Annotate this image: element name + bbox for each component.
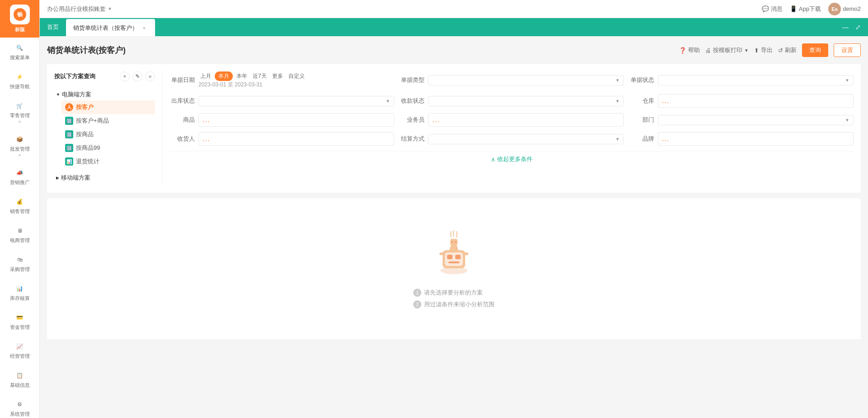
topbar-right: 💬 消息 📱 App下载 Ea demo2 (762, 3, 861, 15)
refresh-btn[interactable]: ↺ 刷新 (778, 46, 797, 54)
date-tab-this-month[interactable]: 本月 (215, 71, 233, 81)
sidebar-item-label: 系统管理 (10, 411, 30, 418)
date-row: 上月 本月 本年 近7天 更多 自定义 (198, 71, 394, 81)
filter-field-receipt-status: 收款状态 ▼ (400, 96, 624, 106)
staff-dots-btn[interactable]: ... (428, 113, 624, 127)
sidebar-item-label: 采购管理 (10, 266, 30, 273)
query-button[interactable]: 查询 (802, 43, 828, 57)
sidebar-item-marketing[interactable]: 📣 营销推广 (0, 162, 39, 191)
filter-row-1: 单据日期 上月 本月 本年 近7天 更多 (170, 71, 854, 89)
empty-tips: 1 请先选择要分析的方案 2 用过滤条件来缩小分析范围 (413, 289, 495, 312)
sidebar-item-ecommerce[interactable]: 🖥 电商管理 (0, 220, 39, 249)
brand-dots-btn[interactable]: ... (658, 132, 854, 146)
sidebar-item-label: 库存核算 (10, 295, 30, 302)
topbar-left: 办公用品行业模拟账套 ▼ (47, 5, 112, 13)
consignee-dots-btn[interactable]: ... (198, 132, 394, 146)
sidebar-item-retail[interactable]: 🛒 零售管理 ▲ (0, 95, 39, 129)
settings-button[interactable]: 设置 (834, 43, 861, 57)
help-icon: ❓ (679, 47, 686, 54)
tree-expand-icon: ▼ (56, 92, 60, 97)
tree-collapse-icon: ▶ (56, 176, 59, 180)
sidebar-item-inventory[interactable]: 📊 库存核算 (0, 278, 39, 307)
settlement-select[interactable]: ▼ (428, 134, 624, 144)
status-select[interactable]: ▼ (658, 75, 854, 86)
tab-minimize-icon[interactable]: — (841, 23, 850, 32)
goods-dots-btn[interactable]: ... (198, 113, 394, 127)
tab-sales-stat-label: 销货单统计表（按客户） (73, 24, 138, 32)
sales-icon: 💰 (15, 197, 25, 207)
svg-text:畅: 畅 (17, 11, 23, 18)
tree-child-by-goods99[interactable]: 🔢 按商品99 (61, 141, 155, 155)
app-label: App下载 (799, 5, 821, 13)
status-chevron-icon: ▼ (845, 78, 849, 83)
export-btn[interactable]: ⬆ 导出 (754, 46, 773, 54)
warehouse-dots-btn[interactable]: ... (658, 94, 854, 108)
date-tab-last-month[interactable]: 上月 (198, 71, 213, 81)
message-label: 消息 (771, 5, 783, 13)
nav-icon: ⚡ (15, 72, 25, 82)
svg-rect-4 (445, 252, 463, 266)
sidebar-item-purchase[interactable]: 🛍 采购管理 (0, 249, 39, 278)
type-control: ▼ (428, 75, 624, 86)
sidebar-item-sales[interactable]: 💰 销售管理 (0, 191, 39, 220)
user-profile[interactable]: Ea demo2 (828, 3, 861, 15)
filter-field-out-status: 出库状态 ▼ (170, 96, 394, 106)
receipt-status-select[interactable]: ▼ (428, 96, 624, 106)
tree-desktop-parent[interactable]: ▼ 电脑端方案 (54, 89, 155, 100)
tab-maximize-icon[interactable]: ⤢ (854, 23, 863, 32)
help-btn[interactable]: ❓ 帮助 (679, 46, 700, 54)
type-select[interactable]: ▼ (428, 75, 624, 86)
page-title: 销货单统计表(按客户) (47, 45, 126, 56)
content-area: 销货单统计表(按客户) ❓ 帮助 🖨 按模板打印 ▼ ⬆ 导出 (40, 36, 868, 418)
dept-select[interactable]: ▼ (658, 115, 854, 125)
out-status-select[interactable]: ▼ (198, 96, 394, 106)
date-tabs: 上月 本月 本年 近7天 更多 自定义 (198, 71, 307, 81)
tip-num-1: 1 (413, 289, 421, 297)
tab-home-label: 首页 (47, 23, 59, 31)
tree-child-label: 按商品 (76, 130, 94, 138)
filter-row-4: 收货人 ... 结算方式 ▼ (170, 132, 854, 146)
app-download-btn[interactable]: 📱 App下载 (790, 5, 821, 13)
sidebar-item-system[interactable]: ⚙ 系统管理 (0, 394, 39, 418)
sidebar-item-label: 营销推广 (10, 179, 30, 186)
tab-close-icon[interactable]: × (141, 24, 148, 32)
date-tab-this-year[interactable]: 本年 (235, 71, 249, 81)
tree-child-label: 按商品99 (76, 144, 100, 152)
edit-scheme-btn[interactable]: ✎ (132, 71, 142, 81)
tree-child-by-goods[interactable]: 🔢 按商品 (61, 128, 155, 141)
sidebar-item-operations[interactable]: 📈 经营管理 (0, 336, 39, 365)
sidebar-item-nav[interactable]: ⚡ 快捷导航 (0, 66, 39, 95)
print-btn[interactable]: 🖨 按模板打印 ▼ (705, 46, 749, 54)
date-tab-7days[interactable]: 近7天 (251, 71, 269, 81)
tree-child-by-customer[interactable]: 人 按客户 (61, 100, 155, 114)
refresh-label: 刷新 (785, 46, 797, 54)
collapse-left-btn[interactable]: « (145, 71, 155, 81)
add-scheme-btn[interactable]: + (120, 71, 130, 81)
collapse-more-btn[interactable]: ∧ 收起更多条件 (170, 151, 854, 167)
app-icon: 📱 (790, 5, 797, 12)
message-btn[interactable]: 💬 消息 (762, 5, 783, 13)
sidebar-item-search[interactable]: 🔍 搜索菜单 (0, 38, 39, 66)
dept-label: 部门 (629, 116, 654, 124)
sidebar-item-label: 经营管理 (10, 353, 30, 360)
date-tab-custom[interactable]: 自定义 (287, 71, 307, 81)
message-icon: 💬 (762, 5, 769, 12)
return-scheme-icon: 📊 (65, 157, 73, 166)
industry-dropdown[interactable]: 办公用品行业模拟账套 ▼ (47, 5, 112, 13)
tab-home[interactable]: 首页 (40, 18, 66, 36)
tree-mobile-parent[interactable]: ▶ 移动端方案 (54, 172, 155, 184)
avatar: Ea (828, 3, 841, 15)
sidebar-item-finance[interactable]: 💳 资金管理 (0, 307, 39, 336)
collapse-up-icon: ∧ (491, 156, 495, 163)
tab-sales-stat[interactable]: 销货单统计表（按客户） × (66, 19, 155, 37)
sidebar-item-wholesale[interactable]: 📦 批发管理 ▲ (0, 129, 39, 162)
date-tab-more[interactable]: 更多 (270, 71, 285, 81)
filter-field-warehouse: 仓库 ... (629, 94, 854, 108)
svg-point-11 (455, 241, 457, 243)
tree-child-by-customer-goods[interactable]: 🔢 按客户+商品 (61, 114, 155, 128)
sidebar-item-basic[interactable]: 📋 基础信息 (0, 365, 39, 394)
customer-scheme-icon: 人 (65, 103, 73, 111)
tree-child-return-stat[interactable]: 📊 退货统计 (61, 155, 155, 168)
filter-field-staff: 业务员 ... (400, 113, 624, 127)
logo-area: 畅 标版 (0, 0, 39, 38)
